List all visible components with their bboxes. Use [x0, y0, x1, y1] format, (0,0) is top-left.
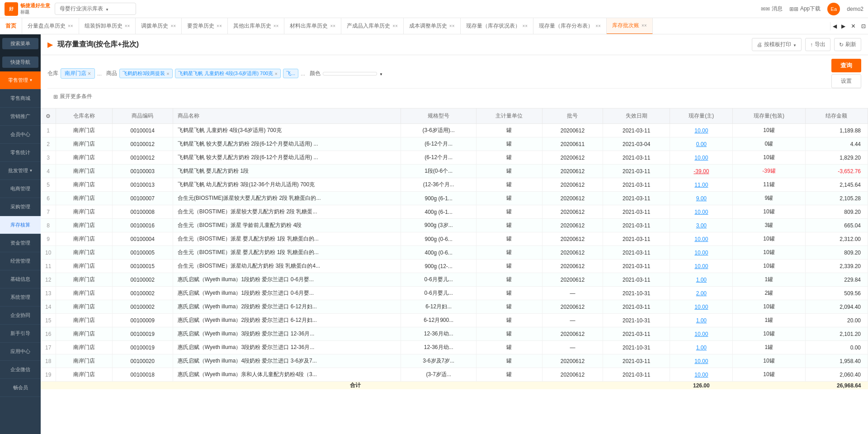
tab-split[interactable]: 分量盘点单历史 ×: [22, 18, 79, 34]
cell-qty-main[interactable]: 10.00: [670, 327, 733, 341]
warehouse-filter-tag[interactable]: 南岸门店 ×: [61, 68, 95, 79]
tab-close-all-button[interactable]: ×: [848, 22, 859, 30]
col-batch: 批号: [542, 108, 603, 124]
cell-qty-main[interactable]: 2.00: [670, 287, 733, 300]
cell-qty-main[interactable]: 10.00: [670, 246, 733, 259]
tab-need-close[interactable]: ×: [217, 24, 222, 28]
tab-product-in[interactable]: 产成品入库单历史 ×: [341, 18, 404, 34]
sidebar-item-retail-mgmt[interactable]: 零售管理 ▼: [0, 71, 41, 90]
cell-qty-main[interactable]: 10.00: [670, 205, 733, 219]
cell-qty-main[interactable]: -39.00: [670, 165, 733, 178]
cell-qty-main[interactable]: 9.00: [670, 192, 733, 205]
app-download-button[interactable]: ⊞ App下载: [789, 5, 821, 13]
cell-qty-main[interactable]: 1.00: [670, 273, 733, 287]
expand-conditions-button[interactable]: ⊞ 展开更多条件: [50, 91, 96, 102]
tab-cost-close[interactable]: ×: [449, 24, 455, 28]
tab-inv-status[interactable]: 现存量（库存状况表） ×: [461, 18, 534, 34]
sidebar-item-marketing[interactable]: 营销推广: [0, 108, 41, 126]
cell-qty-main[interactable]: 10.00: [670, 124, 733, 137]
search-menu-button[interactable]: 搜索菜单: [2, 38, 38, 49]
cell-warehouse: 南岸门店: [56, 314, 112, 327]
tab-batch-close[interactable]: ×: [642, 23, 647, 28]
sidebar-item-apps[interactable]: 应用中心: [0, 343, 41, 361]
tab-material[interactable]: 材料出库单历史 ×: [284, 18, 341, 34]
quick-nav-button[interactable]: 快捷导航: [2, 57, 38, 68]
cell-qty-main[interactable]: 1.00: [670, 341, 733, 354]
tab-product-in-close[interactable]: ×: [392, 24, 398, 28]
sidebar-item-member[interactable]: 会员中心: [0, 126, 41, 144]
tab-next-button[interactable]: ▶: [839, 23, 848, 29]
tab-other-out[interactable]: 其他出库单历史 ×: [228, 18, 285, 34]
table-row: 15 南岸门店 00100009 惠氏启赋（Wyeth illuma）2段奶粉 …: [41, 314, 868, 327]
refresh-button[interactable]: ↻ 刷新: [834, 38, 861, 51]
cell-name: 惠氏启赋（Wyeth illuma）2段奶粉 爱尔兰进口 6-12月妇...: [173, 314, 401, 327]
user-avatar[interactable]: Ea: [827, 3, 840, 15]
message-button[interactable]: ✉ 消息: [761, 5, 783, 13]
tab-material-close[interactable]: ×: [330, 24, 335, 28]
sidebar-item-retail-stats[interactable]: 零售统计: [0, 144, 41, 162]
tab-cost[interactable]: 成本调整单历史 ×: [404, 18, 461, 34]
sidebar-item-wholesale[interactable]: 批发管理 ▼: [0, 162, 41, 180]
product-tag-2-remove[interactable]: ×: [274, 71, 277, 76]
tab-inv-dist[interactable]: 现存量（库存分布表） ×: [533, 18, 607, 34]
product-tag-3[interactable]: 飞...: [283, 69, 298, 78]
sidebar-item-corp-wx[interactable]: 企业微信: [0, 361, 41, 379]
warehouse-remove-icon[interactable]: ×: [88, 71, 91, 77]
cell-qty-main[interactable]: 1.00: [670, 314, 733, 327]
cell-spec: (12-36个月...: [401, 178, 476, 192]
cell-qty-main[interactable]: 10.00: [670, 259, 733, 273]
cell-spec: 900g (0-6...: [401, 232, 476, 246]
tab-adjust-close[interactable]: ×: [170, 24, 176, 28]
expand-sidebar-icon[interactable]: ▶: [47, 40, 53, 49]
sidebar-item-finance[interactable]: 资金管理: [0, 234, 41, 252]
print-button[interactable]: 🖨 按模板打印: [752, 38, 802, 51]
org-selector[interactable]: 母婴行业演示库表: [55, 3, 136, 15]
tab-need[interactable]: 要货单历史 ×: [182, 18, 228, 34]
cell-qty-main[interactable]: 10.00: [670, 368, 733, 382]
cell-name: 飞鹤星飞帆 婴儿配方奶粉 1段: [173, 165, 401, 178]
sidebar-item-member2[interactable]: 畅会员: [0, 379, 41, 397]
sidebar-item-purchase[interactable]: 采购管理: [0, 198, 41, 216]
tab-expand-button[interactable]: ⊡: [859, 23, 868, 29]
tab-split-close[interactable]: ×: [68, 24, 73, 28]
tab-prev-button[interactable]: ◀: [830, 23, 839, 29]
tab-combo[interactable]: 组装拆卸单历史 ×: [79, 18, 136, 34]
cell-qty-main[interactable]: 11.00: [670, 178, 733, 192]
table-row: 6 南岸门店 00100007 合生元(BIOSTIME)派星较大婴儿配方奶粉 …: [41, 192, 868, 205]
cell-no: 12: [41, 273, 56, 287]
tab-home[interactable]: 首页: [0, 18, 22, 34]
query-button[interactable]: 查询: [831, 59, 861, 72]
product-tag-1[interactable]: 飞鹤奶粉3段两提装 ×: [119, 69, 173, 78]
summary-qty: 126.00: [670, 382, 733, 390]
cell-name: 飞鹤星飞帆 儿童奶粉 4段(3-6岁适用) 700克: [173, 124, 401, 137]
sidebar-item-operations[interactable]: 经营管理: [0, 252, 41, 270]
cell-qty-main[interactable]: 10.00: [670, 300, 733, 314]
tab-other-out-close[interactable]: ×: [274, 24, 279, 28]
color-filter-input[interactable]: [323, 72, 377, 75]
cell-no: 11: [41, 259, 56, 273]
product-tag-1-remove[interactable]: ×: [166, 71, 169, 76]
tab-batch[interactable]: 库存批次账 ×: [607, 18, 653, 34]
tab-combo-close[interactable]: ×: [125, 24, 130, 28]
tab-inv-dist-close[interactable]: ×: [595, 24, 601, 28]
sidebar-item-ecom[interactable]: 电商管理: [0, 180, 41, 198]
sidebar-item-retail-shop[interactable]: 零售商城: [0, 90, 41, 108]
cell-qty-main[interactable]: 10.00: [670, 232, 733, 246]
sidebar-item-basics[interactable]: 基础信息: [0, 270, 41, 288]
sidebar-item-inventory[interactable]: 库存核算: [0, 216, 41, 234]
export-button[interactable]: ↑ 导出: [805, 38, 830, 51]
cell-qty-main[interactable]: 0.00: [670, 137, 733, 151]
cell-qty-main[interactable]: 10.00: [670, 354, 733, 368]
product-tag-2[interactable]: 飞鹤星飞帆 儿童奶粉 4段(3-6岁适用) 700克 ×: [175, 69, 281, 78]
cell-code: 00100005: [112, 246, 173, 259]
setting-button[interactable]: 设置: [831, 74, 861, 88]
sidebar-item-guide[interactable]: 新手引导: [0, 325, 41, 343]
cell-qty-main[interactable]: 3.00: [670, 219, 733, 232]
sidebar-item-system[interactable]: 系统管理: [0, 288, 41, 307]
message-label: 消息: [772, 5, 783, 13]
logo-icon: 好: [5, 2, 18, 16]
tab-adjust[interactable]: 调拨单历史 ×: [136, 18, 182, 34]
cell-qty-main[interactable]: 10.00: [670, 151, 733, 165]
tab-inv-status-close[interactable]: ×: [523, 24, 528, 28]
sidebar-item-enterprise[interactable]: 企业协同: [0, 307, 41, 325]
